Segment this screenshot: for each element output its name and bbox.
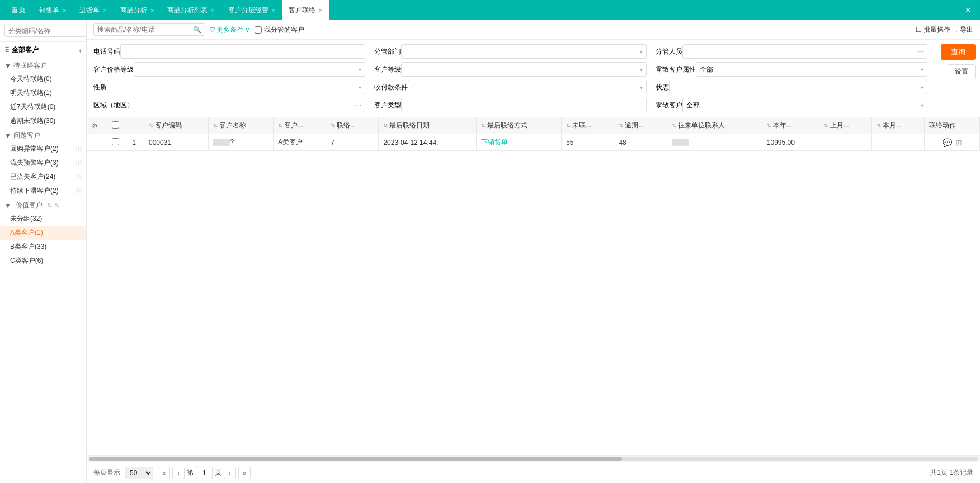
data-table: ⚙ ⇅ 客户编码: [87, 117, 980, 151]
sidebar-item-churn-warning[interactable]: 流失预警客户(3) ⓘ: [0, 156, 86, 170]
sort-icon-6: ⇅: [481, 122, 486, 129]
nav-tab-salesorder[interactable]: 销售单 ×: [32, 0, 73, 20]
manager-input[interactable]: ···: [682, 44, 927, 59]
close-segment-icon[interactable]: ×: [272, 7, 275, 13]
sidebar-all-customers-header[interactable]: ⠿ 全部客户 ‹: [0, 42, 86, 58]
sidebar-item-unclassified[interactable]: 未分组(32): [0, 212, 86, 226]
my-customers-check-input[interactable]: [255, 26, 262, 34]
grid-icon: ⠿: [4, 46, 10, 54]
collapse-icon[interactable]: ‹: [79, 46, 82, 55]
info-icon-1: ⓘ: [76, 145, 82, 153]
settings-gear-icon[interactable]: ⚙: [92, 122, 98, 130]
retail-customer-select[interactable]: 全部 ▾: [682, 98, 927, 112]
scroll-thumb[interactable]: [89, 457, 622, 461]
triangle-icon: ▼: [4, 62, 11, 70]
price-grade-label: 客户价格等级: [93, 65, 134, 74]
row-check: [107, 134, 124, 151]
col-code-header: ⇅ 客户编码: [144, 117, 209, 134]
next-page-button[interactable]: ›: [224, 467, 236, 479]
refresh-icon[interactable]: ↻: [47, 202, 52, 209]
close-purchase-icon[interactable]: ×: [103, 7, 106, 13]
region-dots-icon[interactable]: ···: [356, 101, 361, 109]
sort-icon-2: ⇅: [213, 122, 218, 129]
sidebar-item-today[interactable]: 今天待联络(0): [0, 72, 86, 86]
payment-select[interactable]: ▾: [408, 80, 646, 94]
sidebar-item-c-class[interactable]: C类客户(6): [0, 254, 86, 268]
qr-icon[interactable]: ⊞: [955, 138, 962, 147]
dept-select[interactable]: ▾: [401, 44, 646, 59]
region-label: 区域（地区）: [93, 101, 134, 110]
sidebar: 🔍 ⠿ 全部客户 ‹ ▼ 待联络客户 今天待联络(0) 明天待联络(1) 近7天…: [0, 20, 87, 483]
filter-customer-type: 客户类型: [374, 98, 655, 112]
price-grade-arrow-icon: ▾: [359, 67, 361, 73]
sidebar-item-7days[interactable]: 近7天待联络(0): [0, 100, 86, 114]
sidebar-item-overdue[interactable]: 逾期未联络(30): [0, 114, 86, 128]
manager-dots-icon[interactable]: ···: [918, 48, 924, 55]
search-icon-main[interactable]: 🔍: [193, 26, 201, 34]
sidebar-item-declining[interactable]: 持续下滑客户(2) ⓘ: [0, 184, 86, 198]
col-notcontact-header: ⇅ 未联...: [562, 117, 614, 134]
col-thisyear-header: ⇅ 本年...: [762, 117, 819, 134]
price-grade-select[interactable]: ▾: [134, 62, 365, 77]
sidebar-group-value[interactable]: ▼ 价值客户 ↻ ✎: [0, 198, 86, 212]
sidebar-item-churned[interactable]: 已流失客户(24) ⓘ: [0, 170, 86, 184]
sidebar-item-a-class[interactable]: A类客户(1): [0, 226, 86, 240]
col-check-header: [107, 117, 124, 134]
horizontal-scrollbar[interactable]: [87, 455, 980, 462]
settings-button[interactable]: 设置: [948, 64, 976, 79]
nav-tab-purchase[interactable]: 进货单 ×: [73, 0, 113, 20]
export-icon: ↓: [955, 26, 958, 34]
nav-tab-customer-contact[interactable]: 客户联络 ×: [282, 0, 329, 20]
prev-page-button[interactable]: ‹: [172, 467, 185, 479]
close-analysis-icon[interactable]: ×: [150, 7, 154, 13]
nature-arrow-icon: ▾: [359, 84, 361, 91]
row-actions: 💬 ⊞: [925, 134, 980, 151]
sort-icon: ⇅: [149, 122, 153, 129]
nav-tab-customer-segment[interactable]: 客户分层经营 ×: [222, 0, 282, 20]
search-input[interactable]: [97, 26, 193, 34]
phone-input[interactable]: [120, 44, 365, 59]
sidebar-item-tomorrow[interactable]: 明天待联络(1): [0, 86, 86, 100]
nav-home[interactable]: 首页: [4, 0, 32, 20]
query-button[interactable]: 查询: [941, 44, 976, 60]
nature-select[interactable]: ▾: [107, 80, 365, 94]
last-method-link[interactable]: 下销货单: [481, 138, 508, 146]
sort-icon-4: ⇅: [331, 122, 335, 129]
sidebar-item-repurchase-abnormal[interactable]: 回购异常客户(2) ⓘ: [0, 142, 86, 156]
sort-icon-3: ⇅: [278, 122, 282, 129]
export-button[interactable]: ↓ 导出: [955, 25, 973, 35]
customer-grade-select[interactable]: ▾: [401, 62, 646, 77]
filter-region: 区域（地区） ···: [93, 98, 374, 112]
select-all-checkbox[interactable]: [112, 121, 119, 129]
batch-op-button[interactable]: ☐ 批量操作: [916, 25, 950, 35]
sidebar-group-problem[interactable]: ▼ 问题客户: [0, 128, 86, 142]
close-all-icon[interactable]: ×: [960, 4, 976, 16]
row-name: ?: [209, 134, 273, 151]
nav-tab-analysis[interactable]: 商品分析 ×: [114, 0, 161, 20]
col-settings-header: ⚙: [87, 117, 107, 134]
sidebar-group-pending[interactable]: ▼ 待联络客户: [0, 58, 86, 72]
region-input[interactable]: ···: [134, 98, 365, 112]
close-salesorder-icon[interactable]: ×: [63, 7, 66, 13]
row-checkbox[interactable]: [112, 138, 119, 145]
col-num-header: [124, 117, 144, 134]
col-action-header: 联络动作: [925, 117, 980, 134]
triangle-icon-3: ▼: [4, 202, 11, 210]
first-page-button[interactable]: «: [158, 467, 170, 479]
close-analysis-list-icon[interactable]: ×: [211, 7, 214, 13]
sidebar-item-b-class[interactable]: B类客户(33): [0, 240, 86, 254]
more-filters-button[interactable]: ▽ 更多条件 ∨: [210, 25, 250, 35]
close-contact-icon[interactable]: ×: [319, 7, 322, 13]
per-page-select[interactable]: 50 20 100: [125, 467, 153, 479]
customer-type-input[interactable]: [401, 98, 646, 112]
edit-icon[interactable]: ✎: [54, 202, 59, 209]
my-customers-checkbox[interactable]: 我分管的客户: [255, 25, 304, 35]
nav-tab-analysis-list[interactable]: 商品分析列表 ×: [161, 0, 221, 20]
sidebar-search-input[interactable]: [4, 25, 87, 37]
filter-dept: 分管部门 ▾: [374, 44, 655, 59]
chat-icon[interactable]: 💬: [943, 138, 952, 147]
retail-attr-select[interactable]: 全部 ▾: [696, 62, 927, 77]
last-page-button[interactable]: »: [238, 467, 251, 479]
page-input[interactable]: [196, 467, 213, 479]
status-select[interactable]: ▾: [669, 80, 927, 94]
